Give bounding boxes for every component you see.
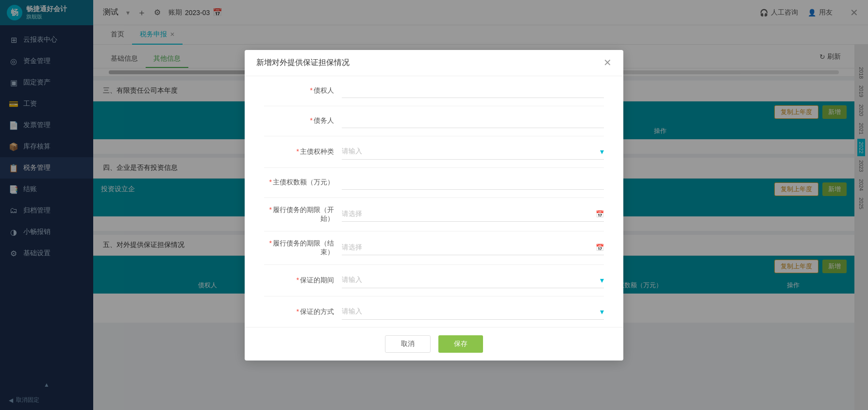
modal-body: *债权人 *债务人 *主债权种类 [245,76,623,327]
debtor-input[interactable] [342,114,604,128]
creditor-field [342,84,604,98]
period-start-field: 请选择 📅 [342,207,604,222]
field-claim-type: *主债权种类 请输入 ▾ [264,136,604,168]
modal-close-button[interactable]: ✕ [603,58,612,67]
period-start-label: *履行债务的期限（开始） [264,206,342,223]
save-button[interactable]: 保存 [438,335,483,353]
cancel-button[interactable]: 取消 [385,335,431,353]
debtor-field [342,114,604,128]
guarantee-method-select[interactable]: 请输入 ▾ [342,304,604,320]
claim-amount-label: *主债权数额（万元） [264,178,342,187]
claim-type-placeholder: 请输入 [342,147,362,156]
claim-type-arrow-icon: ▾ [600,147,604,156]
claim-amount-input[interactable] [342,176,604,190]
claim-type-field: 请输入 ▾ [342,144,604,160]
period-end-field: 请选择 📅 [342,240,604,255]
guarantee-method-placeholder: 请输入 [342,307,362,316]
field-creditor: *债权人 [264,76,604,106]
period-start-placeholder: 请选择 [342,210,362,218]
guarantee-period-select[interactable]: 请输入 ▾ [342,273,604,288]
period-start-input[interactable]: 请选择 📅 [342,207,604,222]
field-period-end: *履行债务的期限（结束） 请选择 📅 [264,231,604,265]
period-end-placeholder: 请选择 [342,243,362,252]
modal-title: 新增对外提供保证担保情况 [256,58,350,68]
creditor-input[interactable] [342,84,604,98]
period-end-input[interactable]: 请选择 📅 [342,240,604,255]
modal-footer: 取消 保存 [245,327,623,361]
debtor-label: *债务人 [264,116,342,125]
guarantee-method-arrow-icon: ▾ [600,307,604,316]
guarantee-period-field: 请输入 ▾ [342,273,604,288]
claim-type-label: *主债权种类 [264,148,342,156]
guarantee-method-field: 请输入 ▾ [342,304,604,320]
creditor-label: *债权人 [264,86,342,95]
field-period-start: *履行债务的期限（开始） 请选择 📅 [264,198,604,231]
modal-dialog: 新增对外提供保证担保情况 ✕ *债权人 *债务人 [245,50,623,361]
guarantee-method-label: *保证的方式 [264,308,342,316]
claim-type-select[interactable]: 请输入 ▾ [342,144,604,160]
guarantee-period-label: *保证的期间 [264,276,342,285]
guarantee-period-placeholder: 请输入 [342,276,362,284]
guarantee-period-arrow-icon: ▾ [600,276,604,285]
field-claim-amount: *主债权数额（万元） [264,168,604,198]
field-guarantee-period: *保证的期间 请输入 ▾ [264,265,604,296]
field-debtor: *债务人 [264,106,604,136]
period-end-calendar-icon: 📅 [596,244,604,251]
period-end-label: *履行债务的期限（结束） [264,239,342,257]
claim-amount-field [342,176,604,190]
field-guarantee-method: *保证的方式 请输入 ▾ [264,296,604,327]
period-start-calendar-icon: 📅 [596,210,604,218]
modal-overlay[interactable]: 新增对外提供保证担保情况 ✕ *债权人 *债务人 [0,0,868,410]
modal-header: 新增对外提供保证担保情况 ✕ [245,50,623,76]
